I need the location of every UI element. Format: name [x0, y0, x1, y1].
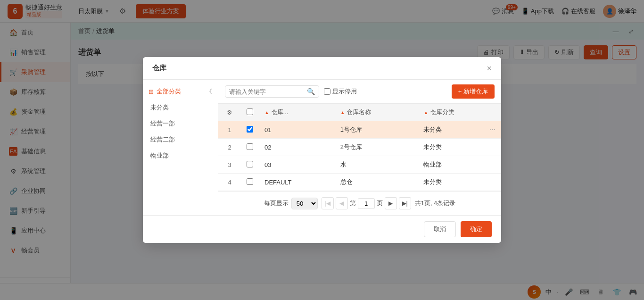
th-name: ▲ 仓库名称 — [335, 104, 418, 121]
category-panel: ⊞ 全部分类 《 未分类 经营一部 经营二部 物业部 — [143, 80, 218, 215]
close-icon[interactable]: × — [487, 64, 492, 73]
add-warehouse-btn[interactable]: + 新增仓库 — [452, 84, 495, 99]
page-label: 第 — [350, 199, 356, 208]
cancel-btn[interactable]: 取消 — [424, 221, 456, 237]
category-item-ops2[interactable]: 经营二部 — [143, 132, 218, 148]
row-checkbox[interactable] — [247, 143, 253, 150]
prev-page-btn[interactable]: ◀ — [336, 197, 348, 209]
category-all[interactable]: ⊞ 全部分类 《 — [143, 83, 218, 100]
row-check[interactable] — [241, 174, 259, 191]
row-code: 03 — [259, 156, 335, 174]
th-category: ▲ 仓库分类 — [418, 104, 501, 121]
page-nav: |◀ ◀ 第 页 ▶ ▶| — [322, 197, 411, 209]
show-disabled-checkbox[interactable] — [324, 88, 330, 95]
table-row[interactable]: 2 02 2号仓库 未分类 — [218, 139, 501, 156]
th-checkbox — [241, 104, 259, 121]
row-name: 水 — [335, 156, 418, 174]
row-checkbox[interactable] — [247, 178, 253, 185]
pagination: 每页显示 50 100 200 |◀ ◀ 第 页 ▶ — [218, 191, 501, 215]
per-page-selector: 每页显示 50 100 200 — [264, 198, 318, 209]
page-summary: 共1页, 4条记录 — [415, 199, 456, 208]
next-page-btn[interactable]: ▶ — [385, 197, 397, 209]
row-code: 02 — [259, 139, 335, 156]
row-name: 总仓 — [335, 174, 418, 191]
category-item-property[interactable]: 物业部 — [143, 148, 218, 164]
row-index: 4 — [218, 174, 241, 191]
sort-icon-name: ▲ — [340, 110, 345, 115]
grid-icon: ⊞ — [149, 88, 154, 95]
row-actions-icon[interactable]: ··· — [489, 125, 495, 134]
row-checkbox[interactable] — [247, 126, 253, 133]
warehouse-table-wrap: ⚙ ▲ 仓库... ▲ 仓库名称 ▲ 仓库分类 1 01 1号仓库 未分类 ··… — [218, 104, 501, 191]
right-toolbar: 🔍 显示停用 + 新增仓库 — [218, 80, 501, 104]
category-item-uncategorized[interactable]: 未分类 — [143, 100, 218, 116]
modal-title: 仓库 — [152, 64, 166, 73]
row-name: 2号仓库 — [335, 139, 418, 156]
th-settings: ⚙ — [218, 104, 241, 121]
row-check[interactable] — [241, 121, 259, 139]
first-page-btn[interactable]: |◀ — [322, 197, 334, 209]
table-row[interactable]: 3 03 水 物业部 — [218, 156, 501, 174]
show-disabled-label[interactable]: 显示停用 — [324, 87, 357, 96]
row-name: 1号仓库 — [335, 121, 418, 139]
page-unit: 页 — [377, 199, 383, 208]
sort-icon: ▲ — [264, 110, 269, 115]
table-header-row: ⚙ ▲ 仓库... ▲ 仓库名称 ▲ 仓库分类 — [218, 104, 501, 121]
per-page-select[interactable]: 50 100 200 — [291, 198, 318, 209]
sort-icon-cat: ▲ — [423, 110, 428, 115]
last-page-btn[interactable]: ▶| — [399, 197, 411, 209]
category-item-ops1[interactable]: 经营一部 — [143, 116, 218, 132]
row-checkbox[interactable] — [247, 161, 253, 167]
show-disabled-text: 显示停用 — [332, 87, 357, 96]
row-check[interactable] — [241, 139, 259, 156]
table-row[interactable]: 4 DEFAULT 总仓 未分类 — [218, 174, 501, 191]
row-code: DEFAULT — [259, 174, 335, 191]
row-category: 未分类 ··· — [418, 121, 501, 138]
modal-header: 仓库 × — [143, 57, 501, 80]
confirm-btn[interactable]: 确定 — [461, 221, 492, 237]
row-category: 物业部 — [418, 156, 501, 173]
modal-body: ⊞ 全部分类 《 未分类 经营一部 经营二部 物业部 🔍 — [143, 80, 501, 215]
category-all-label: 全部分类 — [157, 87, 181, 96]
search-icon[interactable]: 🔍 — [307, 88, 315, 95]
th-code: ▲ 仓库... — [259, 104, 335, 121]
row-code: 01 — [259, 121, 335, 139]
collapse-icon[interactable]: 《 — [206, 87, 212, 96]
row-index: 2 — [218, 139, 241, 156]
row-category: 未分类 — [418, 174, 501, 191]
row-index: 1 — [218, 121, 241, 139]
row-index: 3 — [218, 156, 241, 174]
modal-footer: 取消 确定 — [143, 215, 501, 243]
row-check[interactable] — [241, 156, 259, 174]
per-page-label: 每页显示 — [264, 199, 289, 208]
search-input[interactable] — [229, 88, 305, 95]
table-row[interactable]: 1 01 1号仓库 未分类 ··· — [218, 121, 501, 139]
modal-overlay[interactable]: 仓库 × ⊞ 全部分类 《 未分类 经营一部 经营二部 物业部 — [0, 0, 644, 300]
right-panel: 🔍 显示停用 + 新增仓库 ⚙ — [218, 80, 501, 215]
warehouse-modal: 仓库 × ⊞ 全部分类 《 未分类 经营一部 经营二部 物业部 — [143, 57, 501, 243]
search-input-wrap: 🔍 — [225, 85, 319, 98]
warehouse-table: ⚙ ▲ 仓库... ▲ 仓库名称 ▲ 仓库分类 1 01 1号仓库 未分类 ··… — [218, 104, 501, 191]
page-input[interactable] — [358, 198, 375, 209]
row-category: 未分类 — [418, 139, 501, 156]
select-all-checkbox[interactable] — [247, 108, 253, 115]
